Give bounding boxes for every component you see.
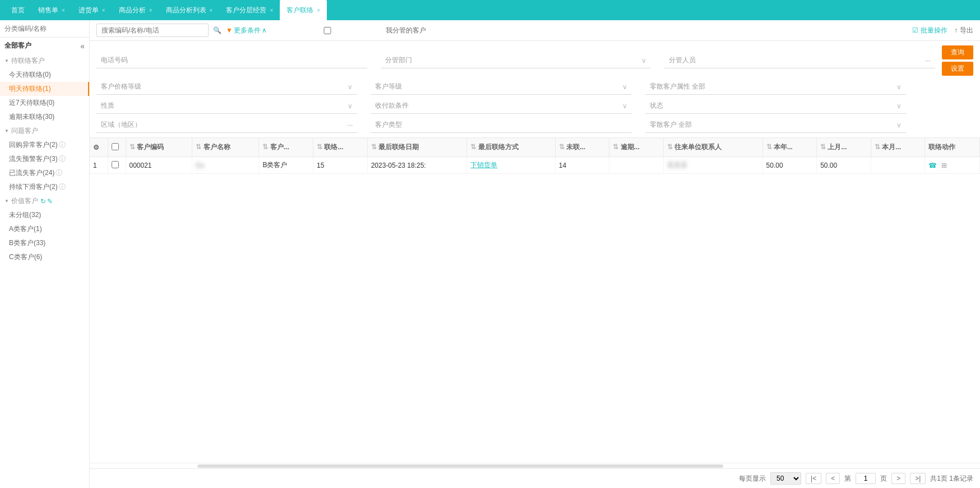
export-button[interactable]: ↑ 导出 — [954, 26, 973, 35]
row-contact-person: 某某某 — [663, 157, 762, 174]
row-checkbox-cell — [108, 157, 126, 174]
sidebar-item-declining[interactable]: 持续下滑客户(2) ⓘ — [0, 180, 89, 194]
first-page-button[interactable]: |< — [806, 473, 821, 484]
sidebar-item-tomorrow-contact[interactable]: 明天待联络(1) — [0, 82, 89, 96]
contact-action-more-icon[interactable]: ⊞ — [941, 162, 947, 169]
sort-icon: ⇅ — [559, 143, 565, 151]
filter-panel: 电话号码 分管部门 ∨ 分管人员 ··· 查询 设置 — [90, 41, 980, 138]
page-number-input[interactable] — [856, 473, 876, 484]
nav-tab-purchase[interactable]: 进货单 × — [72, 0, 112, 20]
close-icon[interactable]: × — [149, 7, 152, 13]
query-button[interactable]: 查询 — [942, 45, 973, 59]
col-last-contact-method[interactable]: ⇅ 最后联络方式 — [467, 138, 555, 157]
filter-retail-customer-label: 零散客户 全部 — [650, 120, 692, 130]
filter-customer-type-label: 客户类型 — [375, 120, 409, 130]
close-icon[interactable]: × — [317, 7, 320, 13]
col-gear[interactable]: ⚙ — [90, 138, 108, 157]
contact-action-phone-icon[interactable]: ☎ — [928, 162, 937, 169]
sidebar-item-class-a[interactable]: A类客户(1) — [0, 222, 89, 236]
triangle-icon: ▼ — [4, 199, 9, 204]
nav-tab-product-list[interactable]: 商品分析列表 × — [159, 0, 220, 20]
row-contact-count: 15 — [313, 157, 368, 174]
chevron-up-icon: ∧ — [262, 26, 267, 34]
more-icon[interactable]: ··· — [347, 121, 353, 129]
content-area: 🔍 ▼ 更多条件 ∧ 我分管的客户 ☑ 批量操作 ↑ 导出 — [90, 20, 980, 488]
chevron-down-icon: ∨ — [641, 57, 646, 65]
sidebar-item-ungrouped[interactable]: 未分组(32) — [0, 208, 89, 222]
search-button[interactable]: 🔍 — [213, 26, 221, 34]
close-icon[interactable]: × — [210, 7, 213, 13]
chevron-down-icon: ∨ — [896, 102, 902, 110]
nav-tab-sales[interactable]: 销售单 × — [31, 0, 72, 20]
row-code: 000021 — [126, 157, 192, 174]
data-table: ⚙ ⇅ 客户编码 ⇅ 客户名称 — [90, 138, 980, 174]
info-icon: ⓘ — [59, 140, 66, 150]
group-problem-customers[interactable]: ▼ 问题客户 — [0, 124, 89, 138]
col-this-year[interactable]: ⇅ 本年... — [762, 138, 817, 157]
per-page-select[interactable]: 50 100 200 — [770, 472, 801, 485]
col-contact-count[interactable]: ⇅ 联络... — [313, 138, 368, 157]
sidebar-item-repurchase-anomaly[interactable]: 回购异常客户(2) ⓘ — [0, 138, 89, 152]
prev-page-button[interactable]: < — [826, 473, 840, 484]
top-navigation: 首页 销售单 × 进货单 × 商品分析 × 商品分析列表 × 客户分层经营 × … — [0, 0, 980, 20]
filter-retail-attr-label: 零散客户属性 全部 — [650, 82, 705, 91]
sidebar-item-overdue-contact[interactable]: 逾期未联络(30) — [0, 110, 89, 124]
nav-home[interactable]: 首页 — [4, 0, 31, 20]
nav-tab-customer-tier[interactable]: 客户分层经营 × — [219, 0, 280, 20]
close-icon[interactable]: × — [102, 7, 105, 13]
reset-button[interactable]: 设置 — [942, 62, 973, 76]
filter-retail-customer: 零散客户 全部 ∨ — [645, 117, 906, 133]
group-value-customers[interactable]: ▼ 价值客户 ↻ ✎ — [0, 194, 89, 208]
my-customers-checkbox[interactable]: 我分管的客户 — [271, 26, 426, 35]
sidebar-item-churned[interactable]: 已流失客户(24) ⓘ — [0, 166, 89, 180]
sidebar-item-7day-contact[interactable]: 近7天待联络(0) — [0, 96, 89, 110]
row-last-contact-method[interactable]: 下销货单 — [467, 157, 555, 174]
filter-person-label: 分管人员 — [669, 56, 702, 65]
batch-operation-button[interactable]: ☑ 批量操作 — [912, 26, 947, 35]
filter-region: 区域（地区） ··· — [96, 117, 357, 133]
sort-icon: ⇅ — [820, 143, 826, 151]
more-icon[interactable]: ··· — [925, 57, 931, 65]
close-icon[interactable]: × — [270, 7, 273, 13]
row-checkbox[interactable] — [112, 161, 119, 168]
refresh-icon[interactable]: ↻ — [40, 197, 46, 205]
contact-method-link[interactable]: 下销货单 — [470, 161, 497, 169]
col-last-contact-date[interactable]: ⇅ 最后联络日期 — [367, 138, 467, 157]
contact-person-blurred: 某某某 — [667, 161, 687, 169]
gear-icon[interactable]: ⚙ — [93, 144, 99, 151]
filter-payment: 收付款条件 ∨ — [371, 98, 631, 114]
table-footer: 每页显示 50 100 200 |< < 第 页 > >| 共1页 1条记录 — [90, 468, 980, 488]
my-customers-check[interactable] — [271, 27, 383, 34]
select-all-checkbox[interactable] — [112, 143, 119, 150]
next-page-button[interactable]: > — [891, 473, 905, 484]
col-last-month[interactable]: ⇅ 上月... — [817, 138, 871, 157]
checkbox-icon: ☑ — [912, 26, 918, 34]
chevron-down-icon: ∨ — [896, 121, 902, 129]
col-contact-person[interactable]: ⇅ 往来单位联系人 — [663, 138, 762, 157]
col-not-contacted[interactable]: ⇅ 未联... — [555, 138, 609, 157]
col-customer-code[interactable]: ⇅ 客户编码 — [126, 138, 192, 157]
horizontal-scrollbar[interactable] — [197, 464, 723, 468]
more-conditions-button[interactable]: ▼ 更多条件 ∧ — [226, 26, 267, 35]
sort-icon: ⇅ — [875, 143, 880, 151]
edit-icon[interactable]: ✎ — [47, 197, 53, 205]
all-customers-title[interactable]: 全部客户 « — [0, 38, 89, 54]
col-customer-name[interactable]: ⇅ 客户名称 — [192, 138, 259, 157]
filter-price-level: 客户价格等级 ∨ — [96, 79, 357, 95]
last-page-button[interactable]: >| — [910, 473, 926, 484]
close-icon[interactable]: × — [62, 7, 65, 13]
filter-payment-label: 收付款条件 — [375, 101, 409, 111]
group-pending-contact[interactable]: ▼ 待联络客户 — [0, 54, 89, 68]
filter-row-3: 性质 ∨ 收付款条件 ∨ 状态 ∨ — [96, 98, 973, 114]
sidebar-item-class-b[interactable]: B类客户(33) — [0, 236, 89, 250]
search-input[interactable] — [96, 24, 209, 37]
col-this-month[interactable]: ⇅ 本月... — [871, 138, 925, 157]
sidebar-search-input[interactable] — [4, 25, 89, 33]
sidebar-item-class-c[interactable]: C类客户(6) — [0, 250, 89, 264]
sidebar-item-churn-warning[interactable]: 流失预警客户(3) ⓘ — [0, 152, 89, 166]
col-customer-type[interactable]: ⇅ 客户... — [259, 138, 313, 157]
nav-tab-customer-contact[interactable]: 客户联络 × — [280, 0, 327, 20]
nav-tab-product-analysis[interactable]: 商品分析 × — [112, 0, 159, 20]
col-overdue[interactable]: ⇅ 逾期... — [609, 138, 664, 157]
sidebar-item-today-contact[interactable]: 今天待联络(0) — [0, 68, 89, 82]
